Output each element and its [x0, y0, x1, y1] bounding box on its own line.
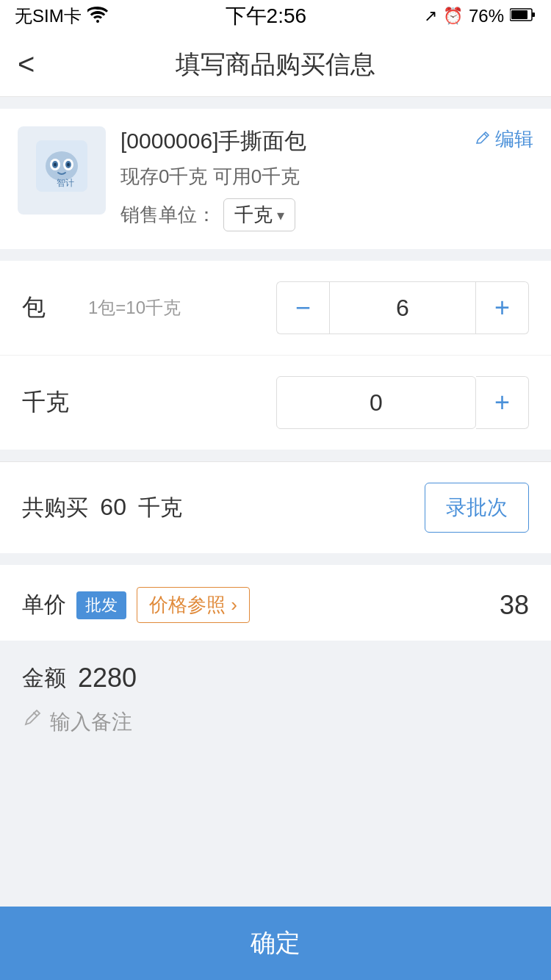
price-value: 38	[500, 590, 529, 621]
unit-selector[interactable]: 千克 ▾	[223, 198, 295, 231]
unit-dropdown-icon: ▾	[277, 206, 284, 224]
product-image-icon: 智计	[36, 140, 87, 201]
svg-rect-1	[532, 12, 535, 17]
confirm-button[interactable]: 确定	[0, 907, 551, 980]
product-card: 智计 [0000006]手撕面包 现存0千克 可用0千克 销售单位： 千克 ▾ …	[0, 109, 551, 249]
price-ref-button[interactable]: 价格参照 ›	[137, 587, 250, 623]
status-bar: 无SIM卡 下午2:56 ↗ ⏰ 76%	[0, 0, 551, 32]
quantity-section: 包 1包=10千克 − + 千克 +	[0, 261, 551, 450]
amount-row: 金额 2280	[22, 663, 529, 693]
product-image: 智计	[18, 126, 106, 215]
package-sublabel: 1包=10千克	[88, 296, 276, 320]
unit-value: 千克	[234, 202, 273, 228]
price-section: 单价 批发 价格参照 › 38 金额 2280 输入备注	[0, 565, 551, 758]
edit-button[interactable]: 编辑	[475, 126, 533, 152]
status-left: 无SIM卡	[15, 4, 108, 28]
svg-point-10	[67, 163, 70, 167]
edit-label: 编辑	[495, 126, 533, 152]
package-row: 包 1包=10千克 − +	[0, 261, 551, 356]
price-badge: 批发	[76, 591, 126, 619]
battery-text: 76%	[469, 6, 504, 26]
unit-label: 销售单位：	[120, 202, 216, 228]
package-controls: − +	[276, 281, 529, 334]
battery-icon	[510, 6, 536, 26]
svg-point-9	[54, 163, 57, 167]
kg-label: 千克	[22, 386, 81, 419]
no-sim-text: 无SIM卡	[15, 4, 82, 28]
remark-row[interactable]: 输入备注	[22, 708, 529, 736]
content-spacer	[0, 758, 551, 905]
svg-text:智计: 智计	[57, 178, 74, 188]
product-card-wrapper: 智计 [0000006]手撕面包 现存0千克 可用0千克 销售单位： 千克 ▾ …	[0, 109, 551, 249]
amount-label: 金额	[22, 663, 66, 693]
package-label: 包	[22, 292, 81, 324]
back-button[interactable]: <	[18, 48, 35, 81]
page-title: 填写商品购买信息	[176, 48, 375, 82]
location-icon: ↗	[424, 7, 437, 26]
amount-value: 2280	[78, 663, 137, 693]
kg-input[interactable]	[276, 376, 476, 429]
remark-text: 输入备注	[50, 708, 132, 736]
summary-quantity: 60	[100, 494, 126, 520]
package-input[interactable]	[329, 281, 476, 334]
alarm-icon: ⏰	[443, 7, 463, 26]
product-stock: 现存0千克 可用0千克	[120, 164, 533, 190]
kg-row: 千克 +	[0, 356, 551, 450]
kg-plus-button[interactable]: +	[476, 376, 529, 429]
package-plus-button[interactable]: +	[476, 281, 529, 334]
price-label: 单价	[22, 590, 66, 620]
wifi-icon	[87, 5, 108, 28]
summary-text: 共购买 60 千克	[22, 493, 182, 523]
nav-bar: < 填写商品购买信息	[0, 32, 551, 97]
product-info: [0000006]手撕面包 现存0千克 可用0千克 销售单位： 千克 ▾	[120, 126, 533, 231]
product-name: [0000006]手撕面包	[120, 126, 533, 156]
record-batch-button[interactable]: 录批次	[425, 483, 529, 533]
kg-controls: +	[276, 376, 529, 429]
product-unit-row: 销售单位： 千克 ▾	[120, 198, 533, 231]
status-time: 下午2:56	[226, 2, 307, 30]
svg-rect-2	[511, 10, 527, 19]
amount-section: 金额 2280 输入备注	[0, 641, 551, 758]
package-minus-button[interactable]: −	[276, 281, 329, 334]
summary-row: 共购买 60 千克 录批次	[0, 461, 551, 553]
price-row: 单价 批发 价格参照 › 38	[22, 587, 529, 623]
status-right: ↗ ⏰ 76%	[424, 6, 536, 26]
remark-icon	[22, 710, 43, 735]
price-left: 单价 批发 价格参照 ›	[22, 587, 250, 623]
